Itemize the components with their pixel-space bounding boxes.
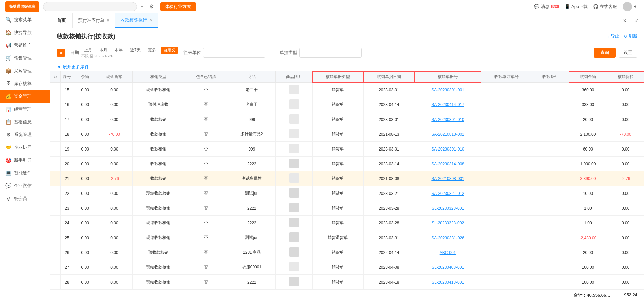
cell-receipt-order-no	[481, 216, 532, 230]
last-7-days-btn[interactable]: 近7天	[127, 47, 143, 54]
sidebar-item-inventory[interactable]: 🗄库存核算	[0, 77, 50, 90]
table-row: 18 0.00 -70.00 收款核销 否 多计量商品2 销货单 2021-08…	[50, 127, 644, 142]
sidebar-icon-marketing: 📢	[5, 42, 11, 48]
cell-writeoff-type: 收款核销	[133, 112, 184, 127]
cell-writeoff-bill-no[interactable]: SA-20230301-001	[415, 83, 481, 97]
cell-writeoff-bill-no[interactable]: SA-20230414-017	[415, 97, 481, 112]
sidebar-item-wechat[interactable]: 💬企业微信	[0, 179, 50, 192]
cell-writeoff-bill-no[interactable]: ABC-001	[415, 245, 481, 260]
order-type-input[interactable]	[299, 48, 362, 58]
sidebar-item-quicknav[interactable]: 🏠快捷导航	[0, 26, 50, 39]
online-service[interactable]: 🎧 在线客服	[593, 4, 617, 10]
cell-receipt-order-no	[481, 112, 532, 127]
cell-cash-discount: 0.00	[96, 216, 132, 230]
cell-writeoff-bill-no[interactable]: SL-20230328-002	[415, 216, 481, 230]
cell-writeoff-bill-no[interactable]: SA-20230301-010	[415, 142, 481, 157]
cell-no: 18	[60, 127, 74, 142]
cell-writeoff-bill-no[interactable]: SL-20230418-001	[415, 275, 481, 290]
cell-writeoff-type: 收款核销	[133, 171, 184, 186]
table-row: 20 0.00 0.00 收款核销 否 2222 销货单 2023-03-14 …	[50, 157, 644, 171]
cell-include-closed: 否	[184, 245, 228, 260]
query-btn[interactable]: 查询	[594, 48, 616, 58]
custom-date-btn[interactable]: 自定义	[161, 47, 178, 54]
sidebar-item-basic[interactable]: 📋基础信息	[0, 116, 50, 128]
user-info[interactable]: Rit	[623, 2, 639, 11]
tab-home[interactable]: 首页	[50, 13, 73, 28]
cell-writeoff-bill-no[interactable]: SA-20210808-001	[415, 171, 481, 186]
cell-writeoff-bill-no[interactable]: SA-20230331-026	[415, 230, 481, 245]
expand-window-btn[interactable]: ⤢	[632, 16, 641, 25]
setting-btn[interactable]: 设置	[619, 48, 637, 58]
cell-writeoff-date: 2023-04-14	[364, 97, 415, 112]
cell-no: 19	[60, 142, 74, 157]
dropdown-icon[interactable]: ▾	[141, 4, 143, 9]
tab-label-prepay: 预付冲应付单	[78, 17, 104, 24]
cell-writeoff-bill-type: 销货单	[312, 201, 363, 216]
sidebar-icon-quicknav: 🏠	[5, 30, 11, 36]
sidebar-item-operations[interactable]: 📊经营管理	[0, 103, 50, 116]
filter-toggle-btn[interactable]: »	[57, 49, 65, 57]
sidebar-item-hardware[interactable]: 💻智能硬件	[0, 167, 50, 179]
export-icon: ↑	[607, 34, 610, 39]
main-table: ⚙ 序号 余额 现金折扣 核销类型 包含已结清 商品 商品图片 核销单据类型 核…	[50, 71, 644, 290]
cell-writeoff-bill-no[interactable]: SL-20230328-001	[415, 201, 481, 216]
industry-btn[interactable]: 体验行业方案	[160, 2, 196, 11]
table-row: 16 0.00 0.00 预付冲应收 否 老白干 销货单 2023-04-14 …	[50, 97, 644, 112]
cell-writeoff-bill-no[interactable]: SL-20230408-001	[415, 260, 481, 275]
more-btn[interactable]: 更多	[145, 47, 159, 54]
cell-receipt-order-no	[481, 83, 532, 97]
search-box[interactable]	[43, 2, 137, 11]
refresh-btn[interactable]: ↻ 刷新	[624, 33, 637, 39]
sidebar-item-finance[interactable]: 💰资金管理	[0, 90, 50, 103]
sidebar-item-system[interactable]: ⚙系统管理	[0, 128, 50, 141]
cell-goods: 老白干	[228, 83, 276, 97]
cell-balance: 0.00	[74, 275, 96, 290]
tab-prepay[interactable]: 预付冲应付单✕	[73, 13, 115, 28]
cell-include-closed: 否	[184, 171, 228, 186]
cell-writeoff-bill-no[interactable]: SA-20210813-001	[415, 127, 481, 142]
cell-cash-discount: 0.00	[96, 201, 132, 216]
cell-no: 16	[60, 97, 74, 112]
sidebar-item-search[interactable]: 🔍搜索菜单	[0, 13, 50, 26]
this-month-btn[interactable]: 本月	[97, 47, 110, 54]
sidebar-item-sales[interactable]: 🛒销售管理	[0, 52, 50, 65]
tab-close-prepay[interactable]: ✕	[106, 18, 110, 23]
app-label: App下载	[571, 4, 588, 10]
cell-writeoff-bill-no[interactable]: SA-20230314-008	[415, 157, 481, 171]
gear-icon[interactable]: ⚙	[147, 2, 156, 11]
counterparty-more-btn[interactable]: ···	[267, 49, 274, 56]
main-content: 首页预付冲应付单✕收款核销执行✕ ✕ ⤢ 收款核销执行(按收款) ↑ 导出	[50, 13, 644, 300]
sidebar-item-purchase[interactable]: 📦采购管理	[0, 65, 50, 77]
cell-cash-discount: 0.00	[96, 245, 132, 260]
app-download[interactable]: 📱 App下载	[565, 4, 588, 10]
sidebar-item-marketing[interactable]: 📢营销推广	[0, 39, 50, 52]
this-year-btn[interactable]: 本年	[112, 47, 125, 54]
refresh-icon: ↻	[624, 34, 627, 39]
sidebar-icon-sales: 🛒	[5, 55, 11, 61]
sidebar-item-guide[interactable]: 🎯新手引导	[0, 154, 50, 167]
tab-receipt[interactable]: 收款核销执行✕	[115, 13, 158, 28]
goods-img	[289, 173, 299, 183]
cell-cash-discount: 0.00	[96, 157, 132, 171]
cell-writeoff-amount: 100.00	[569, 260, 607, 275]
sidebar-item-member[interactable]: V畅会员	[0, 192, 50, 205]
cell-cash-discount: 0.00	[96, 112, 132, 127]
table-row: 24 0.00 0.00 现结收款核销 否 2222 销货单 2023-03-2…	[50, 216, 644, 230]
message-icon-area[interactable]: 💬 消息 99+	[534, 4, 559, 10]
sidebar-item-collab[interactable]: 🤝企业协同	[0, 141, 50, 154]
cell-no: 28	[60, 275, 74, 290]
cell-writeoff-bill-no[interactable]: SA-20230321-012	[415, 186, 481, 201]
cell-writeoff-amount: 3,390.00	[569, 171, 607, 186]
expand-more-conditions[interactable]: ▼ 展开更多条件	[50, 62, 644, 71]
counterparty-input[interactable]	[203, 48, 265, 58]
close-window-btn[interactable]: ✕	[620, 16, 629, 25]
tab-close-receipt[interactable]: ✕	[149, 18, 152, 23]
cell-writeoff-discount: 0.00	[607, 260, 644, 275]
col-goods-header: 商品	[228, 71, 276, 83]
cell-no: 22	[60, 186, 74, 201]
cell-writeoff-date: 2023-03-28	[364, 201, 415, 216]
last-month-btn[interactable]: 上月	[81, 47, 95, 54]
cell-writeoff-bill-no[interactable]: SA-20230301-010	[415, 112, 481, 127]
date-range-text: 不限 至 2023-07-26	[81, 54, 178, 59]
export-btn[interactable]: ↑ 导出	[607, 33, 620, 39]
